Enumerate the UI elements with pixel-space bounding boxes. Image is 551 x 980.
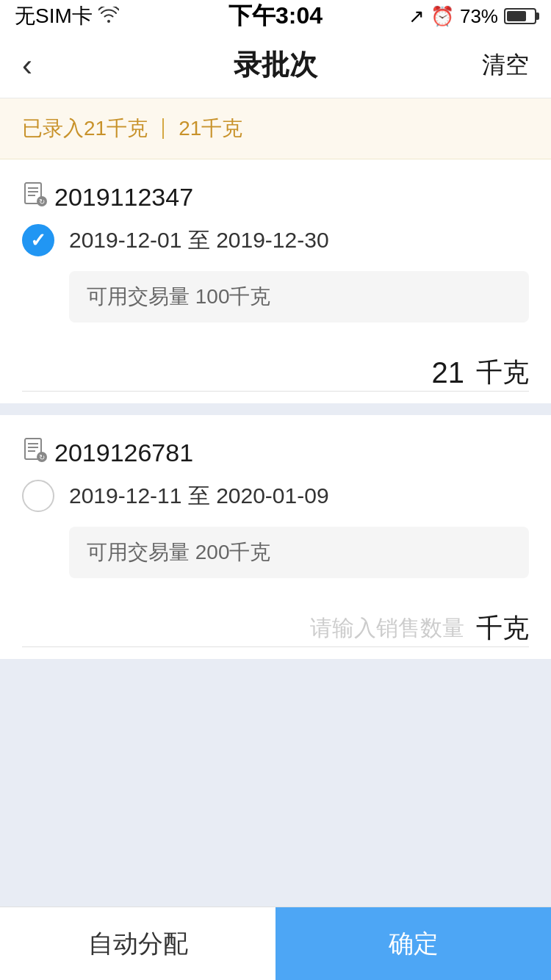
batch-card-2: ↻ 2019126781 2019-12-11 至 2020-01-09 可用交… [0, 415, 551, 659]
status-bar: 无SIM卡 下午3:04 ↗ ⏰ 73% [0, 0, 551, 32]
batch-availability-1: 可用交易量 100千克 [69, 271, 529, 323]
quantity-row-1: 21 千克 [0, 340, 551, 391]
status-left: 无SIM卡 [15, 2, 119, 30]
card-bottom-space-2 [0, 647, 551, 659]
carrier-text: 无SIM卡 [15, 2, 93, 30]
quantity-placeholder-2: 请输入销售数量 [310, 613, 464, 644]
batch-header-1: ↻ 2019112347 [22, 181, 529, 212]
batch-card-1: ↻ 2019112347 2019-12-01 至 2019-12-30 可用交… [0, 159, 551, 403]
info-banner: 已录入21千克 21千克 [0, 98, 551, 159]
doc-icon-2: ↻ [22, 437, 47, 468]
doc-icon-1: ↻ [22, 181, 47, 212]
batch-id-2: 2019126781 [54, 439, 193, 467]
nav-bar: ‹ 录批次 清空 [0, 32, 551, 98]
bottom-action-bar: 自动分配 确定 [0, 907, 551, 980]
batch-id-1: 2019112347 [54, 183, 193, 212]
quantity-row-2: 请输入销售数量 千克 [0, 596, 551, 646]
batch-item-2: ↻ 2019126781 2019-12-11 至 2020-01-09 可用交… [0, 415, 551, 578]
info-divider [162, 118, 164, 139]
batch-item-1: ↻ 2019112347 2019-12-01 至 2019-12-30 可用交… [0, 159, 551, 323]
location-icon: ↗ [408, 5, 425, 28]
batch-row-1[interactable]: 2019-12-01 至 2019-12-30 [22, 224, 529, 256]
quantity-unit-1: 千克 [476, 355, 529, 391]
back-button[interactable]: ‹ [22, 48, 32, 83]
batch-date-2: 2019-12-11 至 2020-01-09 [69, 481, 329, 511]
page-title: 录批次 [234, 46, 317, 84]
confirm-button[interactable]: 确定 [276, 907, 551, 980]
batch-header-2: ↻ 2019126781 [22, 437, 529, 468]
status-time: 下午3:04 [228, 0, 323, 32]
info-value: 21千克 [179, 115, 242, 143]
alarm-icon: ⏰ [431, 5, 454, 28]
battery-percent: 73% [460, 5, 498, 28]
svg-text:↻: ↻ [39, 198, 45, 206]
card-bottom-space-1 [0, 392, 551, 403]
wifi-icon [98, 4, 119, 28]
batch-date-1: 2019-12-01 至 2019-12-30 [69, 226, 329, 256]
status-right: ↗ ⏰ 73% [408, 5, 536, 28]
quantity-unit-2: 千克 [476, 610, 529, 646]
batch-row-2[interactable]: 2019-12-11 至 2020-01-09 [22, 480, 529, 512]
svg-text:↻: ↻ [39, 453, 45, 461]
batch-availability-2: 可用交易量 200千克 [69, 527, 529, 578]
auto-distribute-button[interactable]: 自动分配 [0, 907, 276, 980]
section-divider [0, 403, 551, 415]
info-recorded-label: 已录入21千克 [22, 115, 148, 143]
quantity-value-1: 21 [432, 356, 465, 389]
quantity-input-area-1[interactable]: 21 千克 [432, 355, 530, 391]
radio-1[interactable] [22, 224, 54, 256]
quantity-input-area-2[interactable]: 请输入销售数量 千克 [310, 610, 529, 646]
clear-button[interactable]: 清空 [482, 49, 529, 82]
radio-2[interactable] [22, 480, 54, 512]
battery-icon [504, 8, 536, 24]
